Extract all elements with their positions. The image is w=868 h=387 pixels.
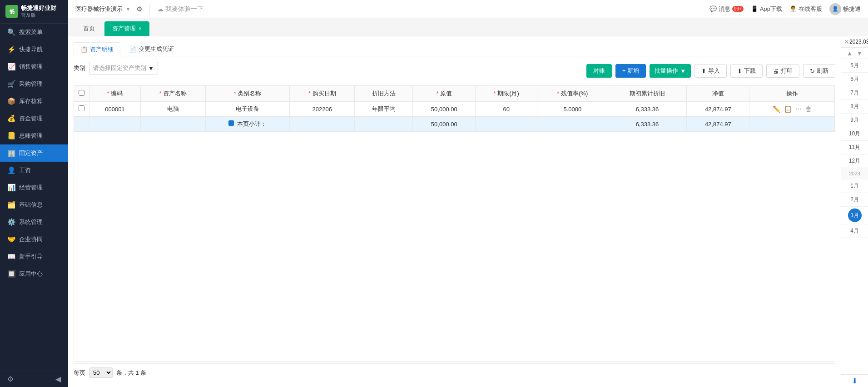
- customer-service-label: 在线客服: [799, 5, 822, 13]
- reconcile-button[interactable]: 对账: [586, 64, 612, 78]
- date-sidebar-close-icon[interactable]: ✕: [844, 38, 849, 45]
- sidebar-item-fixed-assets[interactable]: 🏢 固定资产: [0, 144, 68, 162]
- sidebar-item-quick-nav[interactable]: ⚡ 快捷导航: [0, 41, 68, 58]
- customer-service-button[interactable]: 👨‍💼 在线客服: [789, 5, 822, 13]
- subtotal-empty-1: [89, 117, 141, 132]
- company-title[interactable]: 医疗器械行业演示 ▼: [75, 5, 131, 13]
- date-month-4[interactable]: 4月: [841, 224, 868, 238]
- logo-text-block: 畅捷通好业财 普及版: [21, 5, 56, 19]
- row-period: 60: [476, 102, 537, 117]
- subtotal-checkbox-cell: [74, 117, 89, 132]
- tab-home[interactable]: 首页: [75, 21, 103, 36]
- sidebar-item-enterprise[interactable]: 🤝 企业协同: [0, 231, 68, 248]
- col-category: 类别名称: [205, 86, 289, 102]
- date-month-12[interactable]: 12月: [841, 154, 868, 168]
- date-sidebar-header: ✕ 2023.03 ⤢: [841, 36, 868, 48]
- payroll-icon: 👤: [7, 166, 15, 174]
- col-period: 期限(月): [476, 86, 537, 102]
- sub-tab-asset-list[interactable]: 📋 资产明细: [74, 42, 120, 56]
- date-month-3-wrap[interactable]: 3月: [841, 207, 868, 224]
- inventory-icon: 📦: [7, 97, 15, 105]
- voucher-tab-icon: 📄: [129, 46, 136, 53]
- sidebar-item-inventory[interactable]: 📦 库存核算: [0, 93, 68, 110]
- sidebar-item-app-center[interactable]: 🔲 应用中心: [0, 265, 68, 283]
- category-filter-select[interactable]: 请选择固定资产类别 ▼: [89, 62, 158, 74]
- batch-ops-button[interactable]: 批量操作 ▼: [650, 64, 691, 78]
- import-label: 导入: [708, 67, 720, 75]
- company-dropdown-icon[interactable]: ▼: [125, 6, 131, 12]
- refresh-button[interactable]: ↻ 刷新: [803, 64, 835, 78]
- topbar: 医疗器械行业演示 ▼ ⚙ ☁ 我要体验一下 💬 消息 99+ 📱 App下载 👨…: [68, 0, 868, 18]
- date-month-8[interactable]: 8月: [841, 100, 868, 114]
- subtotal-empty-4: [355, 117, 413, 132]
- sidebar-item-search[interactable]: 🔍 搜索菜单: [0, 24, 68, 41]
- message-button[interactable]: 💬 消息 99+: [709, 5, 744, 13]
- row-name: 电脑: [140, 102, 205, 117]
- sidebar-item-system[interactable]: ⚙️ 系统管理: [0, 213, 68, 231]
- sidebar-item-sales[interactable]: 📈 销售管理: [0, 58, 68, 75]
- tab-close-icon[interactable]: ×: [139, 25, 142, 32]
- sidebar-item-operation[interactable]: 📊 经营管理: [0, 179, 68, 196]
- new-label: + 新增: [622, 67, 639, 75]
- row-checkbox[interactable]: [79, 105, 84, 111]
- col-name: 资产名称: [140, 86, 205, 102]
- sidebar-item-ledger[interactable]: 📒 总账管理: [0, 127, 68, 144]
- date-month-5[interactable]: 5月: [841, 59, 868, 73]
- filter-dropdown-icon: ▼: [148, 65, 154, 72]
- tab-asset-management[interactable]: 资产管理 ×: [104, 21, 149, 36]
- per-page-select[interactable]: 20 50 100: [89, 367, 113, 378]
- row-checkbox-cell[interactable]: [74, 102, 89, 117]
- quick-nav-icon: ⚡: [7, 45, 15, 54]
- sidebar-item-purchase[interactable]: 🛒 采购管理: [0, 75, 68, 93]
- category-filter-value: 请选择固定资产类别: [93, 64, 146, 72]
- app-center-icon: 🔲: [7, 270, 15, 278]
- user-avatar-area[interactable]: 👤 畅捷通: [829, 3, 861, 15]
- print-button[interactable]: 🖨 打印: [766, 64, 799, 78]
- gear-icon[interactable]: ⚙: [136, 5, 142, 13]
- app-download-button[interactable]: 📱 App下载: [751, 5, 782, 13]
- select-all-checkbox[interactable]: [79, 90, 84, 96]
- sidebar-item-guide[interactable]: 📖 新手引导: [0, 248, 68, 265]
- subtotal-label-cell: 本页小计：: [205, 117, 289, 132]
- download-button[interactable]: ⬇ 下载: [730, 64, 763, 78]
- sidebar-item-fund[interactable]: 💰 资金管理: [0, 110, 68, 127]
- date-month-2[interactable]: 2月: [841, 193, 868, 207]
- action-icons: ✏️ 📋 ⋯ 🗑: [754, 105, 830, 113]
- row-operations-cell: ✏️ 📋 ⋯ 🗑: [749, 102, 835, 117]
- logo-subtitle: 普及版: [21, 12, 56, 19]
- date-month-11[interactable]: 11月: [841, 141, 868, 154]
- date-down-button[interactable]: ▼: [856, 49, 864, 58]
- more-icon[interactable]: ⋯: [795, 105, 802, 113]
- sidebar-label-ledger: 总账管理: [19, 132, 43, 140]
- collapse-icon[interactable]: ◀: [55, 375, 61, 383]
- copy-icon[interactable]: 📋: [784, 105, 792, 113]
- date-month-10[interactable]: 10月: [841, 127, 868, 141]
- sidebar-item-basic-info[interactable]: 🗂️ 基础信息: [0, 196, 68, 213]
- date-month-6[interactable]: 6月: [841, 73, 868, 86]
- row-original-value: 50,000.00: [413, 102, 476, 117]
- date-up-button[interactable]: ▲: [846, 49, 854, 58]
- delete-icon[interactable]: 🗑: [805, 105, 812, 113]
- date-nav-controls: ▲ ▼: [841, 48, 868, 59]
- logo-icon: 畅: [5, 5, 18, 18]
- tabbar: 首页 资产管理 ×: [68, 18, 868, 36]
- sub-tab-voucher[interactable]: 📄 变更生成凭证: [122, 42, 181, 56]
- date-bottom-arrow-icon[interactable]: ⬇: [852, 377, 858, 385]
- date-month-1[interactable]: 1月: [841, 179, 868, 193]
- table-header-row: 编码 资产名称 类别名称 购买日期 折旧方法 原值 期限(月) 残值率(%) 期…: [74, 86, 835, 102]
- sidebar-item-payroll[interactable]: 👤 工资: [0, 162, 68, 179]
- table-row: 000001 电脑 电子设备 202206 年限平均 50,000.00 60 …: [74, 102, 835, 117]
- settings-icon[interactable]: ⚙: [7, 375, 14, 383]
- import-button[interactable]: ⬆ 导入: [694, 64, 727, 78]
- sidebar-label-quick-nav: 快捷导航: [19, 45, 43, 54]
- date-month-9[interactable]: 9月: [841, 114, 868, 127]
- new-button[interactable]: + 新增: [615, 64, 646, 78]
- category-filter-label: 类别: [74, 64, 85, 72]
- date-month-3[interactable]: 3月: [848, 208, 862, 222]
- date-month-7[interactable]: 7月: [841, 86, 868, 100]
- edit-icon[interactable]: ✏️: [773, 105, 780, 113]
- toolbar-right: 对账 + 新增 批量操作 ▼ ⬆ 导入 ⬇ 下载: [586, 64, 835, 78]
- row-initial-accumulated: 6,333.36: [608, 102, 687, 117]
- date-year-label: 2023: [841, 168, 868, 179]
- logo-area: 畅 畅捷通好业财 普及版: [0, 0, 68, 24]
